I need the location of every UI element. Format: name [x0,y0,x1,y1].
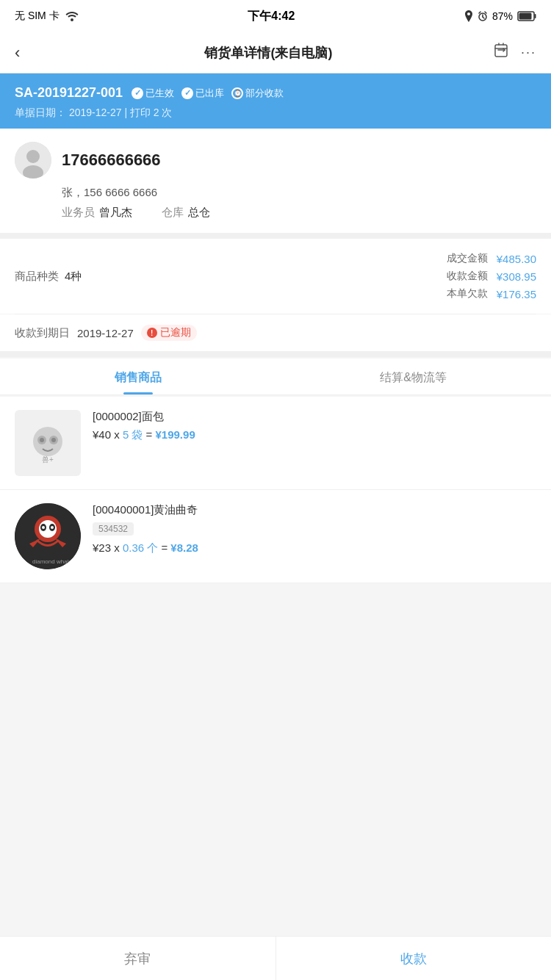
product-total-bread: ¥199.99 [156,428,195,441]
product-image-cookie: diamond whale [15,503,81,569]
payment-button[interactable]: 收款 [276,937,552,980]
more-icon[interactable]: ··· [521,45,536,60]
badge-partial-payment: ⌚ 部分收款 [231,87,284,100]
product-qty-bread: 5 [123,428,129,441]
svg-point-23 [51,526,54,529]
svg-line-3 [483,17,484,18]
status-right: 87% [464,10,536,22]
share-icon[interactable] [493,43,509,62]
price-times-cookie: x [114,541,123,554]
amount-row: 成交金额 ¥485.30 [447,252,536,265]
meta-date-label: 单据日期： [15,107,66,118]
nav-actions: ··· [493,43,536,62]
product-info-bread: [0000002]面包 ¥40 x 5 袋 = ¥199.99 [93,410,536,442]
overdue-badge: ! 已逾期 [141,325,197,341]
sales-value: 曾凡杰 [99,206,132,220]
customer-details-row: 业务员 曾凡杰 仓库 总仓 [15,206,536,220]
status-badges: ✓ 已生效 ✓ 已出库 ⌚ 部分收款 [132,87,284,100]
svg-point-22 [42,526,45,529]
tabs-row: 销售商品 结算&物流等 [0,359,551,395]
overdue-text: 已逾期 [160,326,191,339]
check-icon-1: ✓ [132,87,143,99]
customer-phone: 17666666666 [62,151,161,170]
back-button[interactable]: ‹ [15,43,44,62]
product-image-bread: 兽+ [15,410,81,476]
svg-point-15 [51,438,56,442]
clock-icon: ⌚ [231,87,243,99]
due-date-value: 2019-12-27 [77,327,134,339]
due-date-section: 收款到期日 2019-12-27 ! 已逾期 [0,314,551,351]
price-times-bread: x [114,428,123,441]
meta-date-value: 2019-12-27 [69,107,122,118]
order-meta: 单据日期： 2019-12-27 | 打印 2 次 [15,107,536,120]
product-item: 兽+ [0000002]面包 ¥40 x 5 袋 = ¥199.99 [0,397,551,490]
order-id: SA-20191227-001 [15,85,123,101]
price-equals-cookie: = [161,541,170,554]
debt-row: 本单欠款 ¥176.35 [447,287,536,300]
product-unit-cookie: 个 [147,541,158,554]
status-bar: 无 SIM 卡 下午4:42 87% [0,0,551,32]
product-info-cookie: [000400001]黄油曲奇 534532 ¥23 x 0.36 个 = ¥8… [93,503,536,555]
sales-person: 业务员 曾凡杰 [62,206,132,220]
sales-label: 业务员 [62,206,95,220]
svg-text:diamond whale: diamond whale [32,558,72,565]
status-left: 无 SIM 卡 [15,10,79,23]
received-label: 收款金额 [447,270,488,283]
received-row: 收款金额 ¥308.95 [447,270,536,283]
svg-rect-5 [534,14,536,18]
wifi-icon [65,11,79,21]
svg-text:兽+: 兽+ [42,455,54,464]
price-equals-bread: = [146,428,156,441]
product-qty-cookie: 0.36 [123,541,144,554]
price-base-bread: ¥40 [93,428,111,441]
product-unit-bread: 袋 [132,428,143,441]
svg-point-9 [26,150,40,163]
svg-point-14 [40,438,44,442]
price-base-cookie: ¥23 [93,541,111,554]
meta-print: | 打印 2 次 [124,107,172,118]
customer-avatar [15,142,51,179]
svg-rect-7 [495,45,507,57]
category-label: 商品种类 [15,270,59,284]
alarm-icon [478,11,488,22]
page-title: 销货单详情(来自电脑) [204,44,332,62]
product-total-cookie: ¥8.28 [170,541,198,554]
divider-1 [0,233,551,239]
due-label: 收款到期日 [15,326,70,340]
products-section: 兽+ [0000002]面包 ¥40 x 5 袋 = ¥199.99 [0,397,551,583]
cancel-review-button[interactable]: 弃审 [0,937,276,980]
no-sim-text: 无 SIM 卡 [15,10,60,23]
received-value: ¥308.95 [497,270,536,283]
bottom-bar: 弃审 收款 [0,936,551,980]
battery-text: 87% [492,10,513,22]
bottom-spacer [0,583,551,642]
location-icon [464,10,473,22]
check-icon-2: ✓ [181,87,193,99]
status-time: 下午4:42 [248,9,295,24]
divider-2 [0,351,551,357]
badge-effective: ✓ 已生效 [132,87,174,100]
warehouse: 仓库 总仓 [162,206,210,220]
warehouse-value: 总仓 [188,206,210,220]
customer-section: 17666666666 张，156 6666 6666 业务员 曾凡杰 仓库 总… [0,129,551,233]
debt-label: 本单欠款 [447,287,488,300]
svg-rect-6 [519,13,531,20]
product-price-bread: ¥40 x 5 袋 = ¥199.99 [93,428,536,442]
nav-bar: ‹ 销货单详情(来自电脑) ··· [0,32,551,73]
customer-name-phone: 张，156 6666 6666 [15,186,536,200]
tab-sales-products[interactable]: 销售商品 [0,359,276,394]
battery-icon [517,11,536,21]
product-sku-cookie: 534532 [93,522,134,536]
summary-section: 商品种类 4种 成交金额 ¥485.30 收款金额 ¥308.95 本单欠款 ¥… [0,239,551,314]
category-value: 4种 [65,270,82,284]
svg-point-0 [71,18,73,21]
order-header-banner: SA-20191227-001 ✓ 已生效 ✓ 已出库 ⌚ 部分收款 单据日期：… [0,73,551,129]
product-name-bread: [0000002]面包 [93,410,536,424]
product-price-cookie: ¥23 x 0.36 个 = ¥8.28 [93,541,536,555]
product-item-2: diamond whale [000400001]黄油曲奇 534532 ¥23… [0,490,551,583]
debt-value: ¥176.35 [497,288,536,300]
tab-settlement-logistics[interactable]: 结算&物流等 [276,359,551,394]
warehouse-label: 仓库 [162,206,184,220]
badge-delivered: ✓ 已出库 [181,87,224,100]
amount-label: 成交金额 [447,252,488,265]
